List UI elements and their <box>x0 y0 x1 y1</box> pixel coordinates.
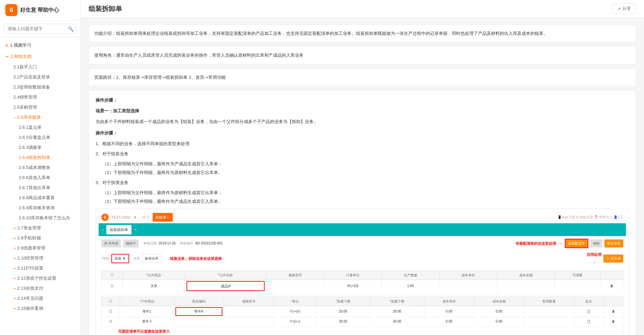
sidebar-item-2-2[interactable]: 2.2产品安装及登录 <box>9 72 80 82</box>
expand-icon-2-11: + <box>13 266 16 271</box>
mock-c1-code: 零件A <box>174 306 224 317</box>
mock-c2-del: 🗑 <box>604 317 623 326</box>
sidebar-item-2-6-3[interactable]: 2.6.3调拨单 <box>15 143 80 153</box>
mock-th-cost: 成本单价 <box>439 271 497 280</box>
search-input[interactable] <box>4 24 76 34</box>
intro-block-3: 页面路径：1、库存核算->库存管理->组装拆卸单 2、首页->常用功能 <box>89 68 636 86</box>
mock-c2-batch2: 📋 <box>574 317 603 326</box>
intro-text-3: 页面路径：1、库存核算->库存管理->组装拆卸单 2、首页->常用功能 <box>94 75 226 80</box>
mock-th2-more <box>604 297 623 306</box>
mock-th2-need: *批量个数 <box>370 297 424 306</box>
nav-sub-sub-list-2-6: 2.6.1盘点单 2.6.2分量盘点单 2.6.3调拨单 2.6.4组装拆卸单 … <box>9 122 80 223</box>
top-bar: 组装拆卸单 ↗ 分享 <box>80 0 644 18</box>
sidebar-item-2-10[interactable]: + 2.10经营管理 <box>9 253 80 263</box>
sidebar-item-2-14[interactable]: + 2.14常见问题 <box>9 293 80 303</box>
mock-empty-row3 <box>102 326 623 332</box>
sidebar-item-2-6-9[interactable]: 2.6.9库存账本查询 <box>15 203 80 213</box>
mock-c1-del: 🗑 <box>604 306 623 317</box>
operation-block: 操作步骤： 场景一：加工类型选择 当由多个子件材料组装成一个成品的业务为【组装】… <box>89 90 636 335</box>
mock-th2-goods: *子件商品 <box>120 297 174 306</box>
step2-sub2: （2）下部明细为子件明细，最终作为原材料生成其它出库单。 <box>102 168 629 177</box>
expand-icon-2-6: − <box>13 115 16 120</box>
intro-text-1: 功能介绍：组装拆卸单用来处理企业组装或拆卸等加工业务，支持有固定装配清单的产品加… <box>94 31 548 36</box>
mock-c1-total: 0.00 <box>474 306 524 317</box>
main-content: 组装拆卸单 ↗ 分享 功能介绍：组装拆卸单用来处理企业组装或拆卸等加工业务，支持… <box>80 0 644 335</box>
mock-th2-avail: 暂用数量 <box>524 297 574 306</box>
sidebar-item-2-13[interactable]: + 2.13在线支付 <box>9 283 80 293</box>
sidebar-item-1-label: 1.视频学习 <box>10 42 31 48</box>
logo-text: 好生意 帮助中心 <box>20 7 59 14</box>
steps-title: 操作步骤： <box>96 129 629 137</box>
mock-refresh-icon: ↻ <box>147 214 150 221</box>
mock-tab-close: × <box>135 226 137 233</box>
mock-label-num: 单据编号 <box>180 240 193 247</box>
mock-warehouse-label: 仓库 <box>133 255 140 262</box>
expand-icon-2-7: + <box>13 226 16 231</box>
mock-warehouse-input: 缺省仓库 <box>142 254 161 263</box>
scene1-desc: 当由多个子件材料组装成一个成品的业务为【组装】业务，当由一个父件拆分成多个子产品… <box>96 117 629 126</box>
sidebar-item-2-5[interactable]: 2.5采购管理 <box>9 102 80 112</box>
sidebar-item-2-8[interactable]: + 2.8手机旺铺 <box>9 233 80 243</box>
mock-table-child: ☐ *子件商品 商品编码 规格型号 *单位 *批量个数 *批量个数 成本单价 成 <box>101 297 623 335</box>
sidebar-item-2-6-5[interactable]: 2.6.5成本调整单 <box>15 163 80 173</box>
mock-c2-avail <box>524 317 574 326</box>
nav-sub-list-2: 2.1新手入门 2.2产品安装及登录 2.3使用前数据准备 2.4销售管理 2.… <box>0 62 80 314</box>
page-title: 组装拆卸单 <box>89 4 122 13</box>
mock-date-value: 2019-12-26 <box>159 240 176 247</box>
mock-btn-submit: 提交审核 <box>604 239 623 247</box>
annotation-enable-text: 启用处理 <box>587 251 601 258</box>
sidebar-item-2-3[interactable]: 2.3使用前数据准备 <box>9 82 80 92</box>
mock-app-id: TEST-H002 <box>111 214 130 221</box>
sidebar-item-2-6-8[interactable]: 2.6.8商品成本重算 <box>15 193 80 203</box>
mock-c1-goods: 零件1 <box>120 306 174 317</box>
sidebar-item-2-7[interactable]: + 2.7资金管理 <box>9 223 80 233</box>
mock-th-name: *父件名称 <box>185 271 266 280</box>
mock-btn-save: 保 存单据 <box>101 239 121 247</box>
sidebar-item-2-6[interactable]: − 2.6库存核算 <box>9 112 80 122</box>
mock-type-label: *类型 <box>101 255 109 262</box>
mock-th-spec: 规格型号 <box>266 271 324 280</box>
annotation-enable-arrow: ↓ <box>593 258 595 266</box>
sidebar-item-1[interactable]: + 1.视频学习 <box>0 40 80 51</box>
sidebar-item-2-1[interactable]: 2.1新手入门 <box>9 62 80 72</box>
search-icon[interactable]: 🔍 <box>68 26 73 32</box>
share-icon: ↗ <box>617 6 621 11</box>
mock-c1-avail <box>524 306 574 317</box>
annotation-enable: 启用处理 ↓ <box>587 251 601 266</box>
expand-icon-2-15: + <box>13 306 16 311</box>
sidebar-item-2-6-2[interactable]: 2.6.2分量盘点单 <box>15 132 80 143</box>
sidebar-item-2-4[interactable]: 2.4销售管理 <box>9 92 80 102</box>
mock-type-row: *类型 组装 ▼ 仓库 缺省仓库 组装业务、拆卸业务在这里选择 启用处理 ↓ <box>101 251 623 266</box>
mock-btn-edit: 编辑中 <box>123 239 139 247</box>
sidebar-item-2-6-10[interactable]: 2.6.10库存账本错了怎么办 <box>15 213 80 223</box>
step3-sub2: （2）下部明细为子件明细，最终作为产成品生成其它入库单。 <box>102 197 629 206</box>
sidebar-item-2-9[interactable]: + 2.9优惠券管理 <box>9 243 80 253</box>
mock-th2-code: 商品编码 <box>174 297 224 306</box>
sidebar-item-2-15[interactable]: + 2.15操作案例 <box>9 303 80 314</box>
mock-th2-act: 批次 <box>574 297 603 306</box>
sidebar-item-2-6-1[interactable]: 2.6.1盘点单 <box>15 122 80 132</box>
step3: 3、对于拆类业务 <box>96 178 629 187</box>
sidebar-item-2-6-7[interactable]: 2.6.7其他出库单 <box>15 183 80 193</box>
collapse-icon-2: − <box>5 54 8 60</box>
mock-child-row-1: ☐ 零件1 零件A 个(+分) 20.00 20.00 0.00 0.00 <box>102 306 623 317</box>
mock-label-date: 单据日期 <box>143 240 157 247</box>
annotation-assembly: 组装业务、拆卸业务在这里选择 <box>170 255 222 262</box>
search-box: 🔍 <box>0 20 80 37</box>
mock-th2-unit: *单位 <box>274 297 316 306</box>
share-button[interactable]: ↗ 分享 <box>612 3 636 14</box>
sidebar: 6 好生意 帮助中心 🔍 + 1.视频学习 − 2.帮助文档 2.1新手入门 2… <box>0 0 80 335</box>
mock-dropdown: ▼ <box>133 214 137 221</box>
mock-th-qty: 生产数量 <box>382 271 439 280</box>
mock-td-check: ☐ <box>102 280 123 292</box>
mock-td-spec <box>266 280 324 292</box>
mock-child-row-4 <box>102 332 623 335</box>
sidebar-item-2[interactable]: − 2.帮助文档 <box>0 51 80 62</box>
mock-divider1 <box>101 269 623 269</box>
mock-th2-check: ☐ <box>102 297 120 306</box>
mock-c2-cost: 0.00 <box>424 317 474 326</box>
sidebar-item-2-6-4[interactable]: 2.6.4组装拆卸单 <box>15 153 80 163</box>
sidebar-item-2-11[interactable]: + 2.11打印设置 <box>9 263 80 273</box>
sidebar-item-2-6-6[interactable]: 2.6.6其他入库单 <box>15 173 80 183</box>
sidebar-item-2-12[interactable]: + 2.12系统个性化设置 <box>9 273 80 283</box>
